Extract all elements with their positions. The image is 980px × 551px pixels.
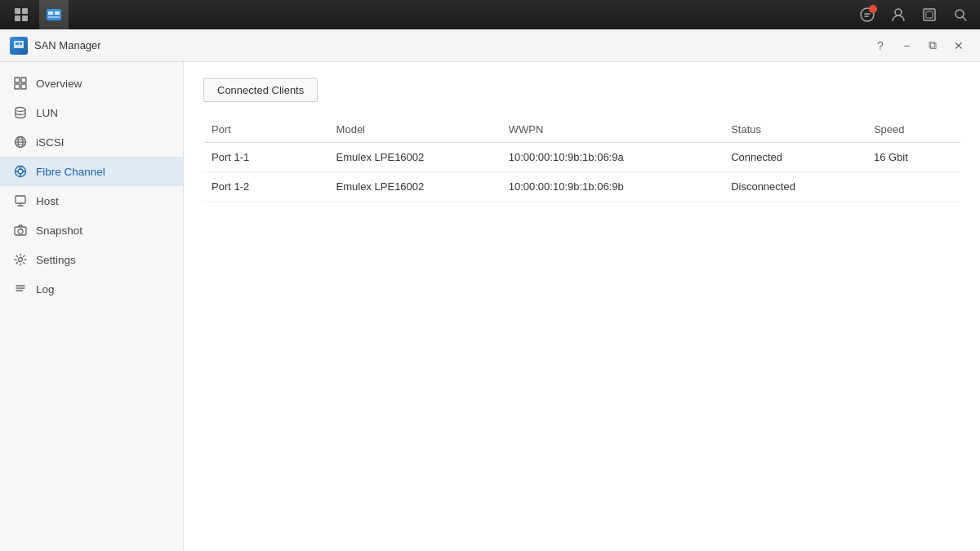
table-row[interactable]: Port 1-2 Emulex LPE16002 10:00:00:10:9b:…: [203, 172, 960, 202]
svg-point-24: [18, 169, 23, 174]
svg-rect-25: [16, 196, 25, 203]
sidebar-label-settings: Settings: [36, 254, 76, 266]
taskbar: [0, 0, 980, 29]
clients-table: Port Model WWPN Status Speed Port 1-1 Em…: [203, 117, 960, 202]
sidebar: Overview LUN: [0, 62, 184, 551]
svg-rect-15: [20, 42, 22, 45]
svg-rect-19: [21, 84, 26, 89]
svg-point-28: [19, 258, 23, 262]
cell-status: Disconnected: [723, 172, 866, 202]
grid-icon[interactable]: [7, 0, 36, 29]
svg-point-20: [16, 108, 25, 112]
cell-speed: [866, 172, 960, 202]
windows-icon[interactable]: [916, 2, 942, 28]
col-header-status: Status: [723, 117, 866, 143]
sidebar-item-lun[interactable]: LUN: [0, 98, 183, 127]
svg-rect-16: [15, 78, 20, 82]
title-bar-controls: ? − ⧉ ✕: [869, 34, 970, 57]
user-icon[interactable]: [885, 2, 911, 28]
snapshot-icon: [13, 223, 28, 238]
svg-rect-7: [48, 16, 60, 18]
settings-icon: [13, 252, 28, 267]
svg-rect-17: [21, 78, 26, 82]
col-header-model: Model: [328, 117, 501, 143]
sidebar-label-fibre-channel: Fibre Channel: [36, 166, 105, 178]
svg-point-9: [895, 9, 902, 16]
title-bar: SAN Manager ? − ⧉ ✕: [0, 29, 980, 62]
restore-button[interactable]: ⧉: [921, 34, 944, 57]
sidebar-label-iscsi: iSCSI: [36, 136, 65, 149]
table-body: Port 1-1 Emulex LPE16002 10:00:00:10:9b:…: [203, 143, 960, 202]
sidebar-item-snapshot[interactable]: Snapshot: [0, 216, 183, 245]
col-header-speed: Speed: [866, 117, 960, 143]
close-button[interactable]: ✕: [947, 34, 970, 57]
svg-rect-0: [15, 8, 20, 14]
minimize-button[interactable]: −: [895, 34, 918, 57]
overview-icon: [13, 76, 28, 91]
lun-icon: [13, 105, 28, 120]
sidebar-item-fibre-channel[interactable]: Fibre Channel: [0, 157, 183, 186]
notification-badge: [869, 5, 877, 13]
cell-status: Connected: [723, 143, 866, 172]
san-taskbar-icon[interactable]: [39, 0, 69, 29]
col-header-wwpn: WWPN: [501, 117, 723, 143]
chat-icon[interactable]: [854, 2, 880, 28]
sidebar-item-log[interactable]: Log: [0, 274, 183, 304]
app-icon: [10, 37, 28, 55]
svg-rect-2: [15, 16, 20, 21]
svg-rect-5: [48, 11, 53, 15]
svg-rect-10: [924, 9, 935, 20]
cell-port: Port 1-1: [203, 143, 328, 172]
title-bar-left: SAN Manager: [10, 37, 101, 55]
svg-rect-18: [15, 84, 20, 89]
cell-speed: 16 Gbit: [866, 143, 960, 172]
taskbar-left: [7, 0, 69, 29]
sidebar-label-log: Log: [36, 283, 55, 295]
main-layout: Overview LUN: [0, 62, 980, 551]
app-title: SAN Manager: [34, 39, 101, 51]
svg-rect-14: [16, 42, 19, 45]
help-button[interactable]: ?: [869, 34, 892, 57]
sidebar-item-overview[interactable]: Overview: [0, 69, 183, 98]
svg-rect-1: [22, 8, 28, 14]
cell-model: Emulex LPE16002: [328, 172, 501, 202]
cell-model: Emulex LPE16002: [328, 143, 501, 172]
svg-rect-3: [22, 16, 28, 21]
svg-rect-6: [55, 11, 60, 15]
host-icon: [13, 193, 28, 208]
search-icon[interactable]: [947, 2, 973, 28]
log-icon: [13, 282, 28, 296]
app-window: SAN Manager ? − ⧉ ✕ Overview: [0, 29, 980, 551]
sidebar-item-host[interactable]: Host: [0, 186, 183, 216]
sidebar-item-settings[interactable]: Settings: [0, 245, 183, 274]
svg-point-27: [18, 229, 23, 234]
cell-wwpn: 10:00:00:10:9b:1b:06:9a: [501, 143, 723, 172]
sidebar-label-overview: Overview: [36, 78, 82, 90]
sidebar-label-host: Host: [36, 195, 59, 207]
sidebar-label-lun: LUN: [36, 107, 58, 119]
table-row[interactable]: Port 1-1 Emulex LPE16002 10:00:00:10:9b:…: [203, 143, 960, 172]
sidebar-label-snapshot: Snapshot: [36, 224, 82, 237]
content-area: Connected Clients Port Model WWPN Status…: [184, 62, 980, 551]
col-header-port: Port: [203, 117, 328, 143]
iscsi-icon: [13, 135, 28, 149]
fibre-channel-icon: [13, 164, 28, 179]
section-header: Connected Clients: [203, 78, 318, 102]
svg-rect-11: [926, 11, 933, 18]
cell-port: Port 1-2: [203, 172, 328, 202]
taskbar-right: [854, 2, 973, 28]
sidebar-item-iscsi[interactable]: iSCSI: [0, 127, 183, 157]
table-header: Port Model WWPN Status Speed: [203, 117, 960, 143]
cell-wwpn: 10:00:00:10:9b:1b:06:9b: [501, 172, 723, 202]
